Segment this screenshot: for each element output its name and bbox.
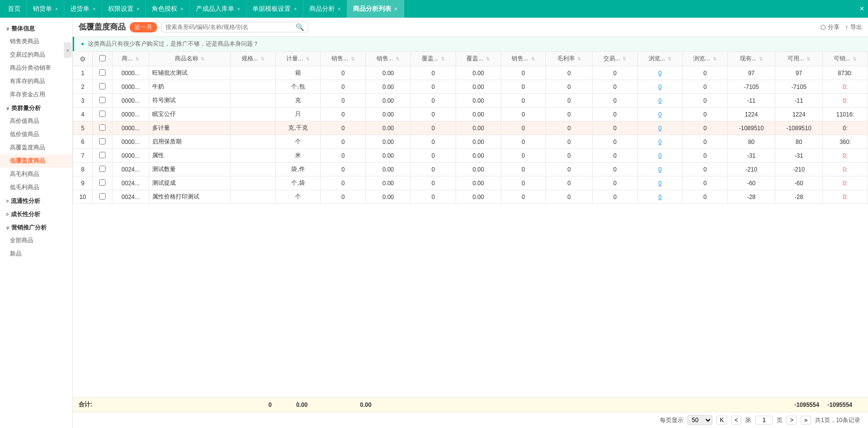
browse-link[interactable]: 0 xyxy=(658,194,662,200)
sidebar-item-low-value[interactable]: 低价值商品 xyxy=(0,128,72,141)
sidebar-item-high-coverage[interactable]: 高覆盖度商品 xyxy=(0,141,72,154)
sidebar-item-high-profit[interactable]: 高毛利商品 xyxy=(0,168,72,181)
row-browse1[interactable]: 0 xyxy=(637,149,682,163)
row-checkbox[interactable] xyxy=(93,176,112,190)
browse-link[interactable]: 0 xyxy=(658,152,662,159)
browse-link[interactable]: 0 xyxy=(658,97,662,104)
row-available: 1224 xyxy=(775,108,823,121)
sidebar-item-traded-goods[interactable]: 交易过的商品 xyxy=(0,48,72,61)
browse-link[interactable]: 0 xyxy=(658,125,662,132)
row-browse1[interactable]: 0 xyxy=(637,94,682,108)
browse-link[interactable]: 0 xyxy=(658,84,662,90)
last-page-button[interactable]: » xyxy=(801,416,811,425)
search-icon[interactable]: 🔍 xyxy=(296,23,304,31)
nav-tab-template[interactable]: 单据模板设置 × xyxy=(246,0,303,18)
first-page-button[interactable]: K xyxy=(716,416,727,425)
sidebar-section-flow-analysis[interactable]: > 流通性分析 xyxy=(0,194,72,207)
col-available: 可用... ⇅ xyxy=(775,52,823,66)
browse-link[interactable]: 0 xyxy=(658,139,662,145)
select-all-checkbox[interactable] xyxy=(99,55,106,61)
row-checkbox[interactable] xyxy=(93,94,112,108)
sidebar-item-high-value[interactable]: 高价值商品 xyxy=(0,114,72,128)
sidebar-section-value-analysis[interactable]: ∨ 类群量分析 xyxy=(0,101,72,114)
close-all-tabs-button[interactable]: × xyxy=(860,4,864,13)
row-spec xyxy=(230,176,275,190)
row-name: 牛奶 xyxy=(149,80,231,94)
sidebar-item-in-stock[interactable]: 有库存的商品 xyxy=(0,75,72,88)
close-icon[interactable]: × xyxy=(136,6,139,12)
prev-page-button[interactable]: < xyxy=(731,416,741,425)
row-current-stock: -28 xyxy=(728,190,775,204)
col-settings[interactable]: ⚙ xyxy=(73,52,93,66)
row-select-checkbox[interactable] xyxy=(99,179,106,186)
row-checkbox[interactable] xyxy=(93,121,112,135)
row-checkbox[interactable] xyxy=(93,190,112,204)
row-select-checkbox[interactable] xyxy=(99,69,106,76)
row-select-checkbox[interactable] xyxy=(99,152,106,158)
row-select-checkbox[interactable] xyxy=(99,97,106,103)
row-checkbox[interactable] xyxy=(93,135,112,149)
settings-icon[interactable]: ⚙ xyxy=(80,55,86,63)
row-select-checkbox[interactable] xyxy=(99,83,106,89)
sidebar-section-overall[interactable]: ∨ 整体信息 xyxy=(0,22,72,35)
per-page-select[interactable]: 50 100 200 xyxy=(687,415,712,425)
nav-tab-role[interactable]: 角色授权 × xyxy=(146,0,190,18)
browse-link[interactable]: 0 xyxy=(658,70,662,77)
browse-link[interactable]: 0 xyxy=(658,166,662,173)
row-checkbox[interactable] xyxy=(93,108,112,121)
row-checkbox[interactable] xyxy=(93,163,112,176)
row-checkbox[interactable] xyxy=(93,80,112,94)
total-row: 合计: 0 0.00 0.00 - xyxy=(73,398,868,412)
row-checkbox[interactable] xyxy=(93,66,112,80)
search-input[interactable] xyxy=(165,24,296,30)
row-browse1[interactable]: 0 xyxy=(637,135,682,149)
sidebar-section-marketing-analysis[interactable]: ∨ 营销推广分析 xyxy=(0,221,72,234)
browse-link[interactable]: 0 xyxy=(658,180,662,187)
row-browse1[interactable]: 0 xyxy=(637,121,682,135)
row-browse1[interactable]: 0 xyxy=(637,80,682,94)
sidebar-item-low-coverage[interactable]: 低覆盖度商品 xyxy=(0,154,72,168)
sidebar-item-capital-occupy[interactable]: 库存资金占用 xyxy=(0,88,72,101)
row-browse1[interactable]: 0 xyxy=(637,190,682,204)
row-browse1[interactable]: 0 xyxy=(637,66,682,80)
current-page-input[interactable] xyxy=(755,416,773,425)
sidebar-item-low-profit[interactable]: 低毛利商品 xyxy=(0,181,72,194)
sidebar-item-all-goods[interactable]: 全部商品 xyxy=(0,234,72,247)
row-select-checkbox[interactable] xyxy=(99,124,106,131)
browse-link[interactable]: 0 xyxy=(658,111,662,118)
filter-period-button[interactable]: 近一月 xyxy=(130,22,157,32)
row-checkbox[interactable] xyxy=(93,149,112,163)
row-browse1[interactable]: 0 xyxy=(637,163,682,176)
sidebar-collapse-button[interactable]: « xyxy=(64,42,72,58)
close-icon[interactable]: × xyxy=(55,6,58,12)
close-icon[interactable]: × xyxy=(180,6,183,12)
nav-tab-analysis-list[interactable]: 商品分析列表 × xyxy=(347,0,404,18)
row-select-checkbox[interactable] xyxy=(99,193,106,200)
row-browse1[interactable]: 0 xyxy=(637,108,682,121)
row-select-checkbox[interactable] xyxy=(99,138,106,144)
nav-tab-analysis[interactable]: 商品分析 × xyxy=(303,0,347,18)
row-unit: 个 xyxy=(275,135,321,149)
nav-tab-sales[interactable]: 销货单 × xyxy=(27,0,64,18)
row-sales-qty: 0 xyxy=(321,163,366,176)
nav-tab-permissions[interactable]: 权限设置 × xyxy=(102,0,146,18)
next-page-button[interactable]: > xyxy=(787,416,797,425)
close-icon[interactable]: × xyxy=(338,6,341,12)
export-button[interactable]: ↑ 导出 xyxy=(845,23,863,31)
sidebar-item-sales-goods[interactable]: 销售类商品 xyxy=(0,35,72,48)
nav-tab-purchase[interactable]: 进货单 × xyxy=(64,0,102,18)
close-icon[interactable]: × xyxy=(394,6,397,12)
sidebar-section-growth-analysis[interactable]: > 成长性分析 xyxy=(0,207,72,221)
share-button[interactable]: ⬡ 分享 xyxy=(820,23,840,31)
sidebar-item-turnover-rate[interactable]: 商品分类动销率 xyxy=(0,61,72,75)
row-browse1[interactable]: 0 xyxy=(637,176,682,190)
sidebar-item-new-goods[interactable]: 新品 xyxy=(0,247,72,260)
close-icon[interactable]: × xyxy=(294,6,297,12)
row-spec xyxy=(230,121,275,135)
row-select-checkbox[interactable] xyxy=(99,166,106,172)
close-icon[interactable]: × xyxy=(92,6,95,12)
nav-tab-home[interactable]: 首页 xyxy=(2,0,27,18)
row-select-checkbox[interactable] xyxy=(99,111,106,117)
close-icon[interactable]: × xyxy=(237,6,240,12)
nav-tab-product-entry[interactable]: 产成品入库单 × xyxy=(190,0,246,18)
